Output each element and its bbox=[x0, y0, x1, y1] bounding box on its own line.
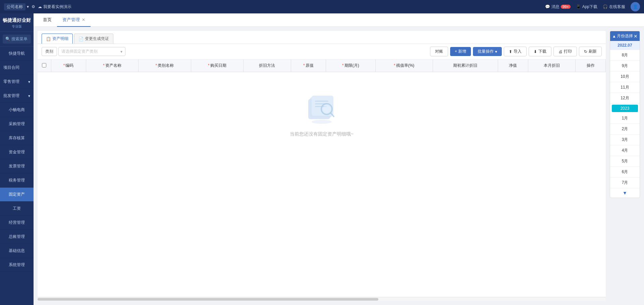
category-select: 类别 请选择固定资产类别 ▾ bbox=[42, 47, 125, 56]
toolbar-right: 对账 + 新增 批量操作 ▾ ⬆ 导入 bbox=[430, 47, 602, 56]
top-bar-right: 💬 消息 99+ 📱 App下载 🎧 在线客服 👤 bbox=[545, 2, 640, 11]
assets-table: *编码 *资产名称 *类别名称 *购买日期 折旧方法 *原值 *期限(月) *残… bbox=[38, 59, 606, 72]
month-item-5[interactable]: 5月 bbox=[610, 156, 640, 167]
month-selected-year[interactable]: 2022.07 bbox=[610, 41, 640, 50]
message-btn[interactable]: 💬 消息 99+ bbox=[545, 4, 571, 10]
sidebar-item-project[interactable]: 项目合同 bbox=[0, 61, 34, 75]
cloud-icon: ☁ bbox=[38, 4, 42, 9]
download-btn[interactable]: ⬇ 下载 bbox=[529, 47, 551, 56]
settings-icon[interactable]: ⚙ bbox=[32, 4, 35, 9]
brand-title: 畅捷通好业财 bbox=[3, 17, 31, 23]
tab-close-icon[interactable]: ✕ bbox=[82, 17, 85, 22]
scrollbar-thumb[interactable] bbox=[38, 298, 378, 301]
refresh-icon: ↻ bbox=[584, 49, 587, 54]
online-service-btn[interactable]: 🎧 在线客服 bbox=[603, 4, 625, 10]
month-item-6[interactable]: 6月 bbox=[610, 167, 640, 177]
th-original-value: *原值 bbox=[291, 59, 326, 72]
headset-icon: 🎧 bbox=[603, 4, 608, 9]
search-menu-btn[interactable]: 🔍 搜索菜单 bbox=[3, 35, 31, 44]
svg-rect-4 bbox=[315, 101, 328, 102]
sidebar-item-tax[interactable]: 税务管理 bbox=[0, 173, 34, 188]
tab-bar: 首页 资产管理 ✕ bbox=[34, 13, 644, 27]
svg-point-8 bbox=[323, 105, 330, 113]
demo-link[interactable]: ☁ 我要看实例演示 bbox=[38, 4, 71, 10]
chevron-down-btn[interactable]: ▼ bbox=[623, 190, 627, 196]
th-monthly-depreciation: 本月折旧 bbox=[528, 59, 576, 72]
app-download-btn[interactable]: 📱 App下载 bbox=[576, 4, 597, 10]
message-icon: 💬 bbox=[545, 4, 550, 9]
category-placeholder: 请选择固定资产类别 bbox=[61, 49, 98, 54]
dropdown-icon: ▾ bbox=[27, 4, 29, 9]
horizontal-scrollbar[interactable] bbox=[38, 297, 606, 301]
sidebar-item-ledger[interactable]: 总账管理 bbox=[0, 230, 34, 244]
sidebar-item-operations[interactable]: 经营管理 bbox=[0, 216, 34, 230]
company-selector[interactable]: 公司名称 ▾ ⚙ bbox=[4, 3, 35, 10]
close-panel-icon[interactable]: ✕ bbox=[634, 34, 638, 39]
sidebar-item-salary[interactable]: 工资 bbox=[0, 202, 34, 216]
reconcile-btn[interactable]: 对账 bbox=[430, 47, 448, 56]
sidebar-item-basic[interactable]: 基础信息 bbox=[0, 244, 34, 258]
th-checkbox bbox=[38, 59, 51, 72]
inner-panel: 📋 资产明细 📄 变更生成凭证 类别 请选择固定资产类别 ▾ bbox=[38, 31, 606, 301]
document-icon: 📋 bbox=[46, 37, 51, 41]
month-item-8[interactable]: 8月 bbox=[610, 50, 640, 61]
chevron-up-icon[interactable]: ▲ bbox=[612, 34, 616, 39]
sub-tab-change-voucher[interactable]: 📄 变更生成凭证 bbox=[74, 34, 113, 44]
sidebar: 畅捷通好业财 专业版 🔍 搜索菜单 快捷导航 项目合同 零售管理 ▾ 批发管理 … bbox=[0, 13, 34, 305]
month-item-4[interactable]: 4月 bbox=[610, 145, 640, 156]
batch-ops-btn[interactable]: 批量操作 ▾ bbox=[473, 47, 502, 56]
tab-assets-mgmt[interactable]: 资产管理 ✕ bbox=[57, 13, 91, 27]
sidebar-item-quick-nav[interactable]: 快捷导航 bbox=[0, 47, 34, 61]
sidebar-item-retail[interactable]: 零售管理 ▾ bbox=[0, 75, 34, 89]
add-btn[interactable]: + 新增 bbox=[450, 47, 471, 56]
top-bar-left: 公司名称 ▾ ⚙ ☁ 我要看实例演示 bbox=[4, 3, 71, 10]
th-cumulative-depreciation: 期初累计折旧 bbox=[433, 59, 498, 72]
category-label: 类别 bbox=[42, 47, 57, 56]
th-depreciation-method: 折旧方法 bbox=[243, 59, 291, 72]
month-item-11[interactable]: 11月 bbox=[610, 82, 640, 93]
import-btn[interactable]: ⬆ 导入 bbox=[504, 47, 527, 56]
sidebar-item-system[interactable]: 系统管理 bbox=[0, 258, 34, 272]
sidebar-item-inventory[interactable]: 库存核算 bbox=[0, 131, 34, 145]
company-name: 公司名称 bbox=[4, 3, 25, 10]
sidebar-logo: 畅捷通好业财 专业版 bbox=[0, 13, 34, 32]
refresh-btn[interactable]: ↻ 刷新 bbox=[579, 47, 602, 56]
empty-state: 当前您还没有固定资产明细哦~ bbox=[38, 72, 606, 157]
arrow-icon: ▾ bbox=[28, 80, 30, 84]
svg-point-0 bbox=[312, 120, 332, 124]
sidebar-item-invoice[interactable]: 发票管理 bbox=[0, 159, 34, 173]
month-item-1[interactable]: 1月 bbox=[610, 113, 640, 124]
sidebar-item-purchase[interactable]: 采购管理 bbox=[0, 117, 34, 131]
th-code: *编码 bbox=[51, 59, 86, 72]
category-input[interactable]: 请选择固定资产类别 ▾ bbox=[58, 47, 125, 56]
month-picker-nav-down[interactable]: ▼ bbox=[610, 188, 640, 198]
year-2023-badge[interactable]: 2023 bbox=[612, 105, 638, 112]
tab-home[interactable]: 首页 bbox=[38, 13, 57, 27]
month-item-9[interactable]: 9月 bbox=[610, 61, 640, 71]
month-item-3[interactable]: 3月 bbox=[610, 135, 640, 145]
month-item-12[interactable]: 12月 bbox=[610, 93, 640, 104]
month-item-2[interactable]: 2月 bbox=[610, 124, 640, 135]
month-item-7[interactable]: 7月 bbox=[610, 177, 640, 188]
th-action: 操作 bbox=[576, 59, 606, 72]
user-avatar[interactable]: 👤 bbox=[631, 2, 640, 11]
print-icon: 🖨 bbox=[558, 49, 562, 54]
month-item-10[interactable]: 10月 bbox=[610, 71, 640, 82]
sub-tab-asset-detail[interactable]: 📋 资产明细 bbox=[42, 34, 73, 44]
empty-illustration bbox=[302, 92, 342, 126]
table-container: *编码 *资产名称 *类别名称 *购买日期 折旧方法 *原值 *期限(月) *残… bbox=[38, 59, 606, 297]
toolbar: 类别 请选择固定资产类别 ▾ 对账 + 新增 bbox=[38, 44, 606, 59]
arrow-icon: ▾ bbox=[28, 94, 30, 98]
sidebar-item-finance[interactable]: 资金管理 bbox=[0, 145, 34, 159]
th-asset-name: *资产名称 bbox=[86, 59, 138, 72]
dropdown-arrow-icon: ▾ bbox=[120, 49, 122, 54]
select-all-checkbox[interactable] bbox=[42, 63, 46, 67]
th-category-name: *类别名称 bbox=[139, 59, 191, 72]
sidebar-search-area: 🔍 搜索菜单 bbox=[0, 32, 34, 47]
print-btn[interactable]: 🖨 打印 bbox=[553, 47, 577, 56]
message-badge: 99+ bbox=[561, 5, 571, 9]
sidebar-item-assets[interactable]: 固定资产 bbox=[0, 188, 34, 202]
sidebar-item-wholesale[interactable]: 批发管理 ▾ bbox=[0, 89, 34, 103]
sidebar-item-ecommerce[interactable]: 小畅电商 bbox=[0, 103, 34, 117]
table-header-row: *编码 *资产名称 *类别名称 *购买日期 折旧方法 *原值 *期限(月) *残… bbox=[38, 59, 606, 72]
